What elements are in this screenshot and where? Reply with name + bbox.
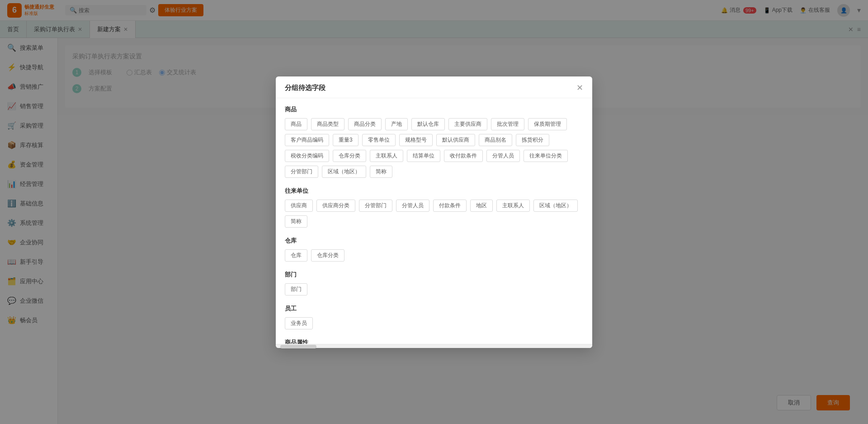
field-main-supplier[interactable]: 主要供应商 xyxy=(448,118,487,130)
modal-header: 分组待选字段 ✕ xyxy=(276,76,592,98)
field-warehouse-category[interactable]: 仓库分类 xyxy=(333,150,366,162)
modal-overlay: 分组待选字段 ✕ 商品 商品 商品类型 商品分类 产地 默认仓库 主要供应商 批… xyxy=(0,0,868,424)
modal-scrollbar-h[interactable] xyxy=(276,344,592,348)
field-supervisor-person[interactable]: 分管人员 xyxy=(486,150,520,162)
field-main-contact[interactable]: 主联系人 xyxy=(370,150,403,162)
department-fields: 部门 xyxy=(285,283,583,295)
section-product-title: 商品 xyxy=(285,105,583,114)
field-warehouse[interactable]: 仓库 xyxy=(285,249,307,262)
field-origin[interactable]: 产地 xyxy=(385,118,408,130)
field-select-modal: 分组待选字段 ✕ 商品 商品 商品类型 商品分类 产地 默认仓库 主要供应商 批… xyxy=(276,76,592,348)
field-retail-unit[interactable]: 零售单位 xyxy=(362,134,396,146)
modal-title: 分组待选字段 xyxy=(285,84,326,92)
field-product-category[interactable]: 商品分类 xyxy=(348,118,382,130)
field-partner-person[interactable]: 分管人员 xyxy=(396,200,429,212)
field-product-alias[interactable]: 商品别名 xyxy=(479,134,512,146)
field-customer-sku[interactable]: 客户商品编码 xyxy=(285,134,329,146)
field-warehouse-cat[interactable]: 仓库分类 xyxy=(311,249,344,262)
section-product: 商品 商品 商品类型 商品分类 产地 默认仓库 主要供应商 批次管理 保质期管理… xyxy=(285,105,583,178)
section-warehouse: 仓库 仓库 仓库分类 xyxy=(285,237,583,262)
field-quality-period[interactable]: 保质期管理 xyxy=(528,118,567,130)
field-supervisor-dept[interactable]: 分管部门 xyxy=(285,166,318,178)
section-product-attr-title: 商品属性 xyxy=(285,338,583,344)
field-abbrev-partner[interactable]: 简称 xyxy=(285,215,307,228)
field-partner-category[interactable]: 往来单位分类 xyxy=(524,150,568,162)
field-tax-code[interactable]: 税收分类编码 xyxy=(285,150,329,162)
section-warehouse-title: 仓库 xyxy=(285,237,583,245)
field-partner-dept[interactable]: 分管部门 xyxy=(359,200,392,212)
section-department-title: 部门 xyxy=(285,271,583,279)
section-department: 部门 部门 xyxy=(285,271,583,295)
section-product-attr: 商品属性 属性 颜色 多规格 尺码 鞋码 1 xyxy=(285,338,583,344)
field-default-warehouse[interactable]: 默认仓库 xyxy=(411,118,445,130)
field-region-partner2[interactable]: 区域（地区） xyxy=(533,200,578,212)
field-payment-condition[interactable]: 付款条件 xyxy=(433,200,467,212)
modal-close-button[interactable]: ✕ xyxy=(576,84,583,92)
modal-body: 商品 商品 商品类型 商品分类 产地 默认仓库 主要供应商 批次管理 保质期管理… xyxy=(276,98,592,344)
field-region-partner[interactable]: 地区 xyxy=(470,200,493,212)
product-fields: 商品 商品类型 商品分类 产地 默认仓库 主要供应商 批次管理 保质期管理 客户… xyxy=(285,118,583,178)
field-payment-terms[interactable]: 收付款条件 xyxy=(444,150,483,162)
employee-fields: 业务员 xyxy=(285,317,583,329)
field-region-product[interactable]: 区域（地区） xyxy=(322,166,366,178)
field-default-supplier[interactable]: 默认供应商 xyxy=(436,134,475,146)
field-salesperson[interactable]: 业务员 xyxy=(285,317,313,329)
field-supplier-category[interactable]: 供应商分类 xyxy=(316,200,355,212)
field-pick-points[interactable]: 拣货积分 xyxy=(516,134,549,146)
field-department[interactable]: 部门 xyxy=(285,283,307,295)
field-partner-contact[interactable]: 主联系人 xyxy=(496,200,530,212)
field-spec-model[interactable]: 规格型号 xyxy=(399,134,433,146)
section-partner-title: 往来单位 xyxy=(285,187,583,195)
field-batch-mgmt[interactable]: 批次管理 xyxy=(491,118,524,130)
field-abbrev-product[interactable]: 简称 xyxy=(370,166,392,178)
modal-scrollbar-h-thumb xyxy=(280,345,316,348)
field-supplier[interactable]: 供应商 xyxy=(285,200,313,212)
field-weight3[interactable]: 重量3 xyxy=(333,134,359,146)
section-employee: 员工 业务员 xyxy=(285,305,583,329)
field-product-type[interactable]: 商品类型 xyxy=(311,118,344,130)
section-partner: 往来单位 供应商 供应商分类 分管部门 分管人员 付款条件 地区 主联系人 区域… xyxy=(285,187,583,228)
field-product[interactable]: 商品 xyxy=(285,118,307,130)
section-employee-title: 员工 xyxy=(285,305,583,313)
field-settle-unit[interactable]: 结算单位 xyxy=(407,150,440,162)
warehouse-fields: 仓库 仓库分类 xyxy=(285,249,583,262)
partner-fields: 供应商 供应商分类 分管部门 分管人员 付款条件 地区 主联系人 区域（地区） … xyxy=(285,200,583,228)
